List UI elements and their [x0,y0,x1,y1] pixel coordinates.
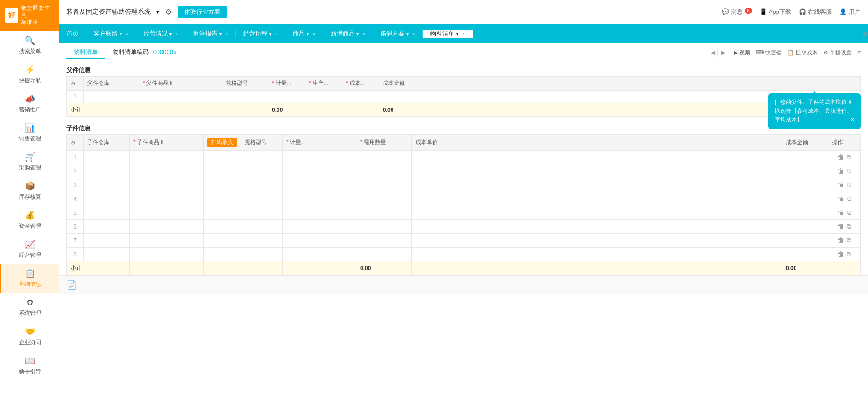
copy-icon[interactable]: ⧉ [847,167,851,175]
copy-icon[interactable]: ⧉ [847,236,851,244]
child-row-unit-cost[interactable] [412,178,458,192]
child-row-product[interactable] [130,164,204,178]
nav-tab-首页[interactable]: 首页 [59,30,86,38]
nav-tab-新增商品[interactable]: 新增商品▾× [323,30,373,38]
child-row-warehouse[interactable] [84,248,130,261]
child-row-unit-cost[interactable] [412,151,458,164]
nav-tab-close-icon[interactable]: × [126,31,128,36]
messages-button[interactable]: 💬 消息 6 [722,8,752,16]
copy-icon[interactable]: ⧉ [847,209,851,217]
child-row-spec[interactable] [241,220,283,234]
child-row-spec[interactable] [241,192,283,206]
sidebar-item-经营管理[interactable]: 📈经营管理 [0,235,59,264]
nav-tab-close-icon[interactable]: × [362,31,365,36]
sidebar-item-基础信息[interactable]: 📋基础信息 [0,264,59,293]
sub-tab-bom[interactable]: 物料清单 [66,46,105,59]
child-row-unit-cost[interactable] [412,192,458,206]
child-row-qty[interactable] [356,178,412,192]
child-row-unit[interactable] [283,220,319,234]
child-row-qty[interactable] [356,151,412,164]
child-row-product[interactable] [130,206,204,220]
tooltip-close-button[interactable]: × [851,115,854,124]
parent-row-spec[interactable] [222,91,268,103]
close-tab-button[interactable]: ✕ [862,30,868,38]
child-row-unit-cost[interactable] [412,164,458,178]
nav-tab-物料清单[interactable]: 物料清单▾× [423,30,473,38]
child-row-warehouse[interactable] [84,192,130,206]
grid-view-icon[interactable]: ≡ [857,49,861,56]
child-row-unit[interactable] [283,151,319,164]
delete-icon[interactable]: 🗑 [838,223,844,230]
nav-tab-close-icon[interactable]: × [462,31,465,36]
next-button[interactable]: ▶ [719,48,728,57]
child-row-product[interactable] [130,178,204,192]
child-row-spec[interactable] [241,248,283,261]
sidebar-item-资金管理[interactable]: 💰资金管理 [0,206,59,235]
child-row-warehouse[interactable] [84,151,130,164]
child-row-spec[interactable] [241,178,283,192]
sidebar-item-企业协同[interactable]: 🤝企业协同 [0,322,59,351]
extract-cost-btn[interactable]: 📋 提取成本 [787,49,818,57]
trial-button[interactable]: 体验行业方案 [178,6,227,18]
sidebar-item-销售管理[interactable]: 📊销售管理 [0,118,59,147]
child-row-unit[interactable] [283,206,319,220]
nav-tab-close-icon[interactable]: × [412,31,415,36]
delete-icon[interactable]: 🗑 [838,236,844,244]
child-row-unit-cost[interactable] [412,234,458,248]
nav-tab-经营历程[interactable]: 经营历程▾× [236,30,286,38]
child-row-warehouse[interactable] [84,234,130,248]
copy-icon[interactable]: ⧉ [847,181,851,189]
delete-icon[interactable]: 🗑 [838,250,844,258]
child-row-product[interactable] [130,248,204,261]
child-row-warehouse[interactable] [84,206,130,220]
sidebar-item-搜索菜单[interactable]: 🔍搜索菜单 [0,31,59,60]
shortcut-btn[interactable]: ⌨ 快捷键 [756,49,782,57]
nav-tab-close-icon[interactable]: × [313,31,315,36]
child-row-warehouse[interactable] [84,164,130,178]
nav-tab-客户联络[interactable]: 客户联络▾× [86,30,136,38]
parent-row-unit[interactable] [268,91,305,103]
child-row-unit[interactable] [283,164,319,178]
child-row-unit-cost[interactable] [412,206,458,220]
child-row-qty[interactable] [356,192,412,206]
child-row-qty[interactable] [356,234,412,248]
copy-icon[interactable]: ⧉ [847,153,851,161]
child-row-qty[interactable] [356,220,412,234]
delete-icon[interactable]: 🗑 [838,209,844,217]
sidebar-item-库存核算[interactable]: 📦库存核算 [0,176,59,206]
child-row-warehouse[interactable] [84,178,130,192]
user-menu-button[interactable]: 👤 用户 [839,8,861,16]
nav-tab-close-icon[interactable]: × [175,31,178,36]
doc-settings-btn[interactable]: ⚙ 单据设置 [823,49,852,57]
prev-button[interactable]: ◀ [709,48,718,57]
child-row-qty[interactable] [356,164,412,178]
child-row-spec[interactable] [241,206,283,220]
sidebar-item-系统管理[interactable]: ⚙系统管理 [0,293,59,322]
nav-tab-商品[interactable]: 商品▾× [285,30,323,38]
child-row-spec[interactable] [241,151,283,164]
delete-icon[interactable]: 🗑 [838,153,844,161]
copy-icon[interactable]: ⧉ [847,195,851,203]
parent-row-produce[interactable] [305,91,342,103]
copy-icon[interactable]: ⧉ [847,223,851,230]
nav-tab-经营情况[interactable]: 经营情况▾× [136,30,186,38]
child-row-spec[interactable] [241,164,283,178]
parent-row-product[interactable] [139,91,222,103]
child-row-product[interactable] [130,151,204,164]
sub-tab-code[interactable]: 物料清单编码 0000005 [105,46,184,59]
child-row-unit-cost[interactable] [412,248,458,261]
nav-tab-close-icon[interactable]: × [275,31,278,36]
child-row-product[interactable] [130,192,204,206]
child-row-qty[interactable] [356,248,412,261]
delete-icon[interactable]: 🗑 [838,181,844,189]
sidebar-item-营销推广[interactable]: 📣营销推广 [0,89,59,118]
delete-icon[interactable]: 🗑 [838,195,844,203]
copy-icon[interactable]: ⧉ [847,250,851,258]
app-download-button[interactable]: 📱 App下载 [760,8,791,16]
delete-icon[interactable]: 🗑 [838,167,844,175]
sidebar-item-快捷导航[interactable]: ⚡快捷导航 [0,60,59,89]
child-row-product[interactable] [130,234,204,248]
child-row-unit-cost[interactable] [412,220,458,234]
view-btn[interactable]: ▶ 视频 [734,49,750,57]
settings-button[interactable]: ⚙ [165,7,172,17]
